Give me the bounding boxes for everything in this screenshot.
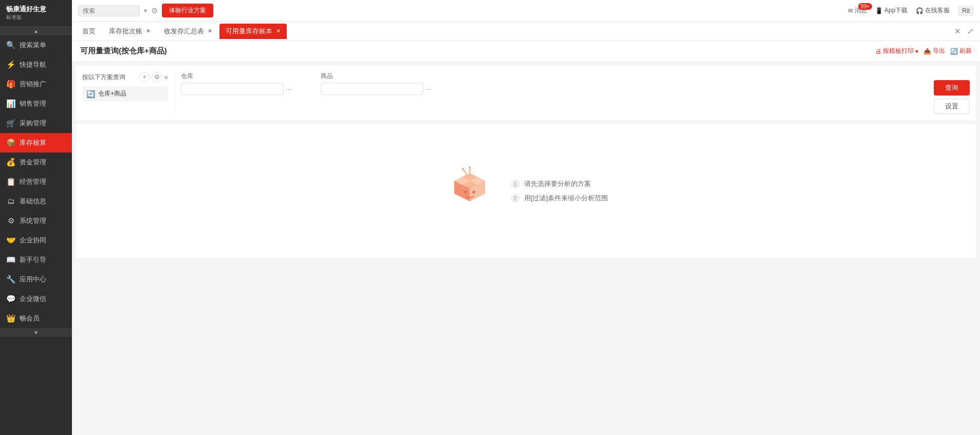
filter-more-warehouse[interactable]: ··· <box>286 85 292 93</box>
sidebar-item-inventory[interactable]: 📦库存核算 <box>0 133 72 153</box>
sidebar-scroll-up[interactable]: ▲ <box>0 27 72 35</box>
svg-point-8 <box>469 166 471 168</box>
topbar-service[interactable]: 🎧 在线客服 <box>916 6 950 15</box>
industry-btn[interactable]: 体验行业方案 <box>162 4 213 17</box>
page-header-actions: 🖨 按模板打印 ▾ 📤 导出 🔄 刷新 <box>875 47 972 55</box>
tab-summary[interactable]: 收发存汇总表✕ <box>158 24 218 39</box>
sidebar-label-system: 系统管理 <box>20 216 46 225</box>
empty-illustration <box>444 165 495 217</box>
filter-input-row-product: ··· <box>321 83 454 95</box>
scheme-item-icon: 🔄 <box>86 90 95 98</box>
tabs-actions: ✕ ⤢ <box>952 25 976 38</box>
sidebar-item-finance[interactable]: 💰资金管理 <box>0 153 72 172</box>
sidebar-label-wechat: 企业微信 <box>20 294 46 304</box>
filter-input-warehouse[interactable] <box>181 83 284 95</box>
sidebar-icon-finance: 💰 <box>6 158 15 167</box>
tab-batch[interactable]: 库存批次账✕ <box>103 24 157 39</box>
svg-point-6 <box>472 191 475 194</box>
filter-input-product[interactable] <box>321 83 423 95</box>
sidebar-label-inventory: 库存核算 <box>20 138 46 147</box>
tab-label-home: 首页 <box>82 27 96 36</box>
sidebar-logo: 畅康通好生意 标准版 <box>0 0 72 27</box>
sidebar-label-marketing: 营销推广 <box>20 80 46 89</box>
page-header: 可用量查询(按仓库+商品) 🖨 按模板打印 ▾ 📤 导出 🔄 刷新 <box>72 41 980 62</box>
sidebar-item-guide[interactable]: 📖新手引导 <box>0 250 72 270</box>
print-caret: ▾ <box>915 48 918 55</box>
filter-actions: 查询 设置 <box>934 72 970 114</box>
sidebar-label-shortcut: 快捷导航 <box>20 60 46 69</box>
topbar-app-download[interactable]: 📱 App下载 <box>875 6 908 15</box>
sidebar-label-basic: 基础信息 <box>20 197 46 206</box>
filter-label-warehouse: 仓库 <box>181 72 315 81</box>
sidebar-item-wechat[interactable]: 💬企业微信 <box>0 289 72 309</box>
sidebar-icon-sales: 📊 <box>6 99 15 108</box>
tab-close-btn[interactable]: ✕ <box>952 25 963 38</box>
topbar-caret-icon[interactable]: ▾ <box>144 7 147 14</box>
sidebar-icon-system: ⚙ <box>6 216 15 225</box>
sidebar: 畅康通好生意 标准版 ▲ 🔍搜索菜单⚡快捷导航🎁营销推广📊销售管理🛒采购管理📦库… <box>0 0 72 435</box>
sidebar-item-sales[interactable]: 📊销售管理 <box>0 94 72 114</box>
tab-close-summary[interactable]: ✕ <box>208 28 212 34</box>
filter-more-product[interactable]: ··· <box>426 85 432 93</box>
tabs-bar: 首页库存批次账✕收发存汇总表✕可用量库存账本✕ ✕ ⤢ <box>72 22 980 41</box>
sidebar-label-appstore: 应用中心 <box>20 275 46 284</box>
tab-label-batch: 库存批次账 <box>109 27 142 36</box>
topbar-gear-icon[interactable]: ⚙ <box>151 6 158 15</box>
topbar-message[interactable]: ✉ 消息 99+ <box>848 6 867 15</box>
sidebar-item-corp[interactable]: 🤝企业协同 <box>0 231 72 250</box>
scheme-add-btn[interactable]: + <box>139 72 150 82</box>
refresh-action[interactable]: 🔄 刷新 <box>950 47 972 55</box>
sidebar-item-operation[interactable]: 📋经营管理 <box>0 172 72 192</box>
sidebar-item-shortcut[interactable]: ⚡快捷导航 <box>0 55 72 74</box>
sidebar-label-member: 畅会员 <box>20 314 40 323</box>
app-icon: 📱 <box>875 7 883 14</box>
tip-num-2: 2 <box>511 194 520 203</box>
tip-num-1: 1 <box>511 179 520 188</box>
app-label: App下载 <box>884 6 908 15</box>
tab-available[interactable]: 可用量库存账本✕ <box>219 24 287 39</box>
scheme-settings-btn[interactable]: ⚙ <box>152 72 162 82</box>
scheme-panel-icons: + ⚙ « <box>139 72 168 82</box>
sidebar-icon-member: 👑 <box>6 314 15 323</box>
tab-home[interactable]: 首页 <box>76 24 102 39</box>
export-icon: 📤 <box>923 48 931 55</box>
sidebar-item-appstore[interactable]: 🔧应用中心 <box>0 270 72 289</box>
topbar-search-input[interactable] <box>78 5 140 16</box>
scheme-panel-title: 按以下方案查询 <box>82 73 125 82</box>
empty-tip-1: 1 请先选择要分析的方案 <box>511 179 608 188</box>
export-label: 导出 <box>933 47 945 55</box>
scheme-panel: 按以下方案查询 + ⚙ « 🔄 仓库+商品 <box>82 72 175 114</box>
filter-field-product: 商品 ··· <box>321 72 454 95</box>
scheme-item-warehouse-product[interactable]: 🔄 仓库+商品 <box>82 86 168 101</box>
sidebar-label-sales: 销售管理 <box>20 99 46 108</box>
refresh-label: 刷新 <box>959 47 972 55</box>
sidebar-label-finance: 资金管理 <box>20 158 46 167</box>
sidebar-scroll-down[interactable]: ▼ <box>0 328 72 337</box>
export-action[interactable]: 📤 导出 <box>923 47 945 55</box>
topbar-user[interactable]: Rit <box>958 6 974 16</box>
sidebar-item-purchase[interactable]: 🛒采购管理 <box>0 114 72 133</box>
logo-sub: 标准版 <box>6 14 66 21</box>
settings-button[interactable]: 设置 <box>934 99 970 114</box>
print-action[interactable]: 🖨 按模板打印 ▾ <box>875 47 918 55</box>
sidebar-item-system[interactable]: ⚙系统管理 <box>0 211 72 231</box>
query-button[interactable]: 查询 <box>934 80 970 96</box>
message-icon: ✉ <box>848 7 853 14</box>
sidebar-icon-corp: 🤝 <box>6 236 15 245</box>
main-area: ▾ ⚙ 体验行业方案 ✉ 消息 99+ 📱 App下载 🎧 在线客服 Rit 首… <box>72 0 980 435</box>
tab-expand-btn[interactable]: ⤢ <box>965 25 976 38</box>
filter-label-product: 商品 <box>321 72 454 81</box>
filter-area: 按以下方案查询 + ⚙ « 🔄 仓库+商品 仓库 <box>76 66 976 120</box>
sidebar-label-guide: 新手引导 <box>20 255 46 264</box>
sidebar-icon-basic: 🗂 <box>6 197 15 205</box>
sidebar-item-search[interactable]: 🔍搜索菜单 <box>0 35 72 55</box>
tip-text-2: 用[过滤]条件来缩小分析范围 <box>524 194 608 203</box>
sidebar-icon-operation: 📋 <box>6 177 15 186</box>
tab-close-batch[interactable]: ✕ <box>146 28 151 34</box>
sidebar-item-basic[interactable]: 🗂基础信息 <box>0 192 72 211</box>
sidebar-item-marketing[interactable]: 🎁营销推广 <box>0 74 72 94</box>
scheme-collapse-btn[interactable]: « <box>164 73 168 81</box>
tab-close-available[interactable]: ✕ <box>276 28 281 34</box>
sidebar-item-member[interactable]: 👑畅会员 <box>0 309 72 328</box>
sidebar-label-search: 搜索菜单 <box>20 41 46 50</box>
